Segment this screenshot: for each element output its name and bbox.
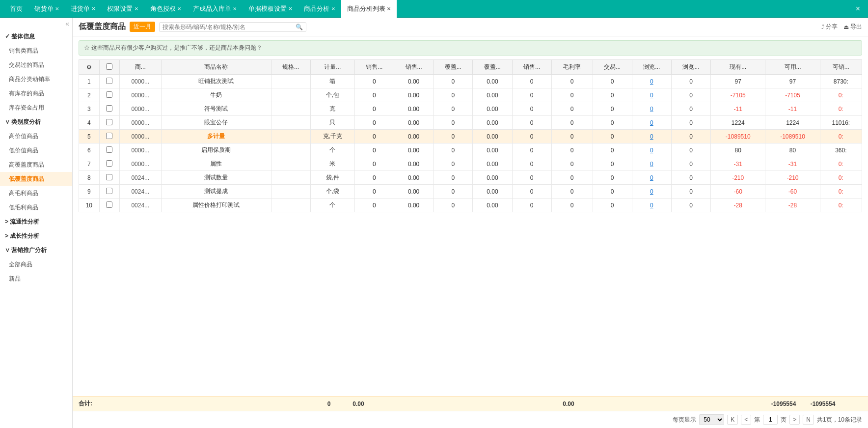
col-name-header[interactable]: 商品名称 [161,60,271,75]
col-unit-header[interactable]: 计量... [310,60,354,75]
view-link[interactable]: 0 [650,133,653,140]
row-checkbox[interactable] [99,171,119,185]
row-view1[interactable]: 0 [632,199,671,212]
row-checkbox-input[interactable] [106,91,112,98]
view-link[interactable]: 0 [650,119,653,126]
row-view1[interactable]: 0 [632,171,671,185]
sidebar-item-low-coverage[interactable]: 低覆盖度商品 [0,172,72,186]
sidebar-item-traded-goods[interactable]: 交易过的商品 [0,58,72,72]
prev-page-btn[interactable]: < [741,415,751,425]
last-page-btn[interactable]: N [803,415,814,425]
col-view1-header[interactable]: 浏览... [632,60,671,75]
nav-product-analysis-list[interactable]: 商品分析列表 × [341,0,397,18]
row-view1[interactable]: 0 [632,185,671,199]
row-view1[interactable]: 0 [632,75,671,88]
nav-home[interactable]: 首页 [4,0,28,18]
search-icon[interactable]: 🔍 [296,24,303,30]
nav-product-analysis[interactable]: 商品分析 × [298,0,341,18]
sidebar-item-stock-goods[interactable]: 有库存的商品 [0,86,72,101]
col-code-header[interactable]: 商... [119,60,161,75]
sidebar-item-all-goods[interactable]: 全部商品 [0,257,72,272]
row-checkbox[interactable] [99,102,119,116]
row-checkbox-input[interactable] [106,146,112,153]
col-sales-amt-header[interactable]: 销售... [394,60,433,75]
view-link[interactable]: 0 [650,106,653,113]
col-sellable-header[interactable]: 可销... [820,60,862,75]
nav-role[interactable]: 角色授权 × [144,0,187,18]
row-checkbox-input[interactable] [106,105,112,112]
row-checkbox-input[interactable] [106,160,112,167]
sidebar-item-high-value[interactable]: 高价值商品 [0,129,72,143]
row-checkbox[interactable] [99,185,119,199]
col-gross-header[interactable]: 毛利率 [551,60,593,75]
share-button[interactable]: ⤴ 分享 [821,23,838,31]
view-link[interactable]: 0 [650,78,653,85]
sidebar-group-marketing[interactable]: ∨ 营销推广分析 [0,243,72,257]
row-checkbox-input[interactable] [106,188,112,194]
row-view1[interactable]: 0 [632,130,671,143]
row-checkbox-input[interactable] [106,133,112,139]
view-link[interactable]: 0 [650,147,653,154]
sidebar-group-liquidity[interactable]: > 流通性分析 [0,215,72,229]
row-checkbox[interactable] [99,130,119,143]
sidebar-group-overall[interactable]: ✓ 整体信息 [0,29,72,44]
col-cover2-header[interactable]: 覆盖... [473,60,512,75]
first-page-btn[interactable]: K [727,415,738,425]
row-checkbox[interactable] [99,116,119,130]
search-input[interactable] [163,24,296,30]
row-checkbox[interactable] [99,75,119,88]
col-settings[interactable]: ⚙ [79,60,100,75]
col-cover1-header[interactable]: 覆盖... [434,60,473,75]
row-checkbox[interactable] [99,199,119,212]
row-checkbox[interactable] [99,88,119,102]
col-spec-header[interactable]: 规格... [271,60,310,75]
row-checkbox-input[interactable] [106,201,112,208]
view-link[interactable]: 0 [650,161,653,168]
date-filter-button[interactable]: 近一月 [130,22,155,32]
sidebar-item-high-coverage[interactable]: 高覆盖度商品 [0,158,72,172]
sidebar-item-category-rate[interactable]: 商品分类动销率 [0,72,72,86]
col-available-header[interactable]: 可用... [765,60,820,75]
nav-permission[interactable]: 权限设置 × [101,0,144,18]
col-sales-count-header[interactable]: 销售... [512,60,551,75]
sidebar-group-growth[interactable]: > 成长性分析 [0,229,72,243]
nav-close-btn[interactable]: × [852,4,864,13]
export-button[interactable]: ⏏ 导出 [843,23,862,31]
nav-warehouse[interactable]: 产成品入库单 × [187,0,243,18]
nav-template[interactable]: 单据模板设置 × [243,0,298,18]
sidebar-collapse-btn[interactable]: « [0,18,72,29]
col-sales-qty-header[interactable]: 销售... [354,60,394,75]
view-link[interactable]: 0 [650,202,653,209]
sidebar-item-new-goods[interactable]: 新品 [0,272,72,286]
view-link[interactable]: 0 [650,174,653,181]
col-current-header[interactable]: 现有... [711,60,765,75]
sidebar-group-category[interactable]: ∨ 类别度分析 [0,115,72,129]
row-checkbox[interactable] [99,157,119,171]
sidebar-item-capital[interactable]: 库存资金占用 [0,101,72,115]
nav-sales[interactable]: 销货单 × [28,0,65,18]
view-link[interactable]: 0 [650,188,653,195]
row-view1[interactable]: 0 [632,102,671,116]
row-view1[interactable]: 0 [632,116,671,130]
row-checkbox-input[interactable] [106,78,112,84]
col-trade-header[interactable]: 交易... [593,60,632,75]
table-wrapper[interactable]: ⚙ 商... 商品名称 规格... 计量... 销售... 销售... 覆盖..… [79,59,862,396]
sidebar-item-sales-goods[interactable]: 销售类商品 [0,44,72,58]
row-view1[interactable]: 0 [632,88,671,102]
sidebar-item-low-value[interactable]: 低价值商品 [0,143,72,158]
view-link[interactable]: 0 [650,92,653,99]
nav-purchase[interactable]: 进货单 × [65,0,101,18]
row-checkbox-input[interactable] [106,119,112,125]
per-page-select[interactable]: 50 100 [699,414,724,425]
col-view2-header[interactable]: 浏览... [671,60,710,75]
next-page-btn[interactable]: > [789,415,800,425]
row-checkbox[interactable] [99,143,119,157]
sidebar-item-low-profit[interactable]: 低毛利商品 [0,200,72,215]
col-checkbox-header[interactable] [99,60,119,75]
sidebar-item-high-profit[interactable]: 高毛利商品 [0,186,72,200]
page-input[interactable] [763,415,778,425]
row-checkbox-input[interactable] [106,174,112,180]
select-all-checkbox[interactable] [106,63,112,70]
row-view1[interactable]: 0 [632,143,671,157]
row-view1[interactable]: 0 [632,157,671,171]
